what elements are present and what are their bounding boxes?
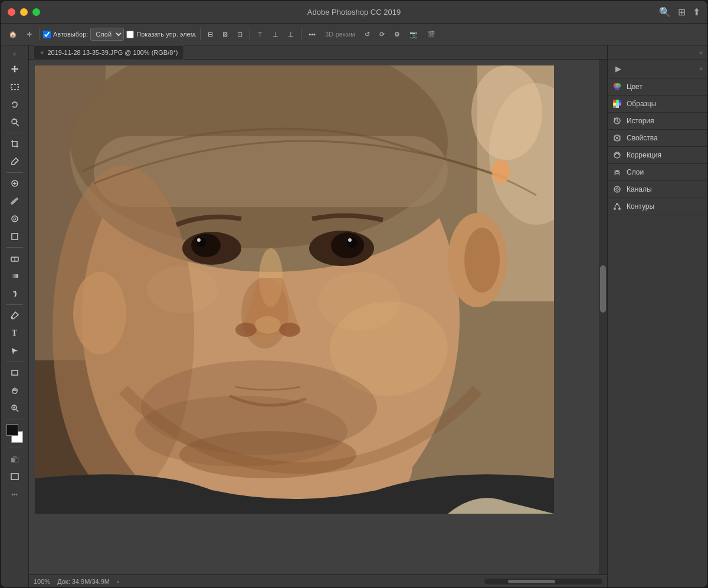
- svg-line-5: [15, 119, 16, 120]
- properties-panel-label: Свойства: [627, 134, 703, 142]
- maximize-button[interactable]: [32, 8, 40, 16]
- close-button[interactable]: [8, 8, 15, 16]
- panel-header-correction[interactable]: Коррекция: [608, 147, 707, 163]
- panel-play-row: ▶ «: [608, 60, 707, 78]
- lasso-tool[interactable]: [5, 96, 24, 113]
- search-icon[interactable]: 🔍: [659, 6, 671, 18]
- panel-header-color[interactable]: Цвет: [608, 78, 707, 95]
- layers-panel-label: Слои: [627, 168, 703, 176]
- tab-close-btn[interactable]: ×: [40, 49, 44, 56]
- layer-select[interactable]: Слой: [90, 28, 124, 41]
- status-arrow[interactable]: ›: [117, 578, 119, 585]
- more-tools[interactable]: •••: [5, 486, 24, 502]
- channels-icon: [612, 185, 622, 193]
- clone-stamp-tool[interactable]: [5, 211, 24, 227]
- color-swatches[interactable]: [5, 424, 24, 443]
- zoom-tool[interactable]: [5, 400, 24, 416]
- samples-icon: [612, 100, 622, 108]
- layers-icon: [612, 168, 622, 176]
- type-tool[interactable]: T: [5, 325, 24, 341]
- magic-wand-tool[interactable]: [5, 114, 24, 130]
- panel-section-properties: Свойства: [608, 130, 707, 147]
- minimize-button[interactable]: [20, 8, 28, 16]
- quick-mask-tool[interactable]: [5, 451, 24, 467]
- properties-icon: [612, 134, 622, 142]
- svg-point-48: [235, 323, 257, 337]
- gradient-tool[interactable]: [5, 268, 24, 284]
- select-rect-tool[interactable]: [5, 78, 24, 95]
- screen-mode-icon[interactable]: ⊞: [678, 6, 686, 18]
- align-left-btn[interactable]: ⊟: [204, 27, 217, 42]
- panel-header-contours[interactable]: Контуры: [608, 198, 707, 215]
- vertical-scroll-thumb[interactable]: [600, 265, 606, 313]
- eraser-tool[interactable]: [5, 250, 24, 267]
- distribute-bottom-btn[interactable]: ⊥: [284, 27, 297, 42]
- correction-icon: [612, 151, 622, 159]
- panel-header-layers[interactable]: Слои: [608, 164, 707, 180]
- left-panel-collapse[interactable]: «: [11, 48, 19, 60]
- panel-section-history: История: [608, 113, 707, 130]
- camera-btn[interactable]: 📷: [406, 27, 421, 42]
- canvas-image[interactable]: [35, 65, 554, 514]
- app-window: Adobe Photoshop CC 2019 🔍 ⊞ ⬆ 🏠 ✛ Автовы…: [0, 0, 708, 588]
- canvas-tab[interactable]: × 2019-11-28 13-35-39.JPG @ 100% (RGB/8*…: [34, 45, 184, 60]
- autoselect-checkbox[interactable]: [43, 31, 51, 38]
- horizontal-scroll-thumb[interactable]: [508, 580, 555, 583]
- show-transform-checkbox[interactable]: [126, 31, 134, 38]
- horizontal-scrollbar[interactable]: [484, 579, 602, 584]
- dodge-tool[interactable]: [5, 285, 24, 302]
- distribute-center-btn[interactable]: ⊥: [269, 27, 282, 42]
- video-btn[interactable]: 🎬: [424, 27, 439, 42]
- share-icon[interactable]: ⬆: [693, 6, 700, 18]
- align-center-btn[interactable]: ⊠: [219, 27, 231, 42]
- svg-point-78: [614, 139, 616, 141]
- align-right-btn[interactable]: ⊡: [234, 27, 246, 42]
- rotate-tool-btn[interactable]: ↺: [361, 27, 373, 42]
- canvas-area: × 2019-11-28 13-35-39.JPG @ 100% (RGB/8*…: [29, 45, 607, 587]
- show-transform-label[interactable]: Показать упр. элем.: [126, 31, 196, 38]
- svg-point-45: [331, 232, 364, 258]
- panel-section-layers: Слои: [608, 164, 707, 181]
- svg-rect-72: [619, 106, 621, 108]
- spot-heal-tool[interactable]: [5, 175, 24, 192]
- history-panel-label: История: [627, 117, 703, 125]
- traffic-lights: [8, 8, 40, 16]
- hand-tool[interactable]: [5, 382, 24, 399]
- color-icon: [612, 83, 622, 91]
- move-tool[interactable]: [5, 61, 24, 77]
- crop-tool[interactable]: [5, 136, 24, 152]
- home-button[interactable]: 🏠: [5, 27, 21, 42]
- panel-section-channels: Каналы: [608, 181, 707, 198]
- eyedropper-tool[interactable]: [5, 153, 24, 170]
- panel-collapse-btn[interactable]: «: [699, 49, 703, 56]
- svg-point-60: [318, 272, 401, 331]
- pen-tool[interactable]: [5, 307, 24, 324]
- panel-right-collapse[interactable]: «: [699, 65, 703, 72]
- svg-rect-67: [613, 103, 616, 106]
- move-tool-btn[interactable]: ✛: [23, 27, 35, 42]
- foreground-color-swatch[interactable]: [6, 424, 18, 436]
- play-button[interactable]: ▶: [612, 63, 624, 75]
- svg-rect-70: [613, 106, 616, 108]
- screen-mode-tool[interactable]: [5, 468, 24, 485]
- autoselect-label[interactable]: Автовыбор:: [43, 31, 88, 38]
- settings-btn[interactable]: ⚙: [391, 27, 404, 42]
- path-select-tool[interactable]: [5, 343, 24, 359]
- panel-header-history[interactable]: История: [608, 113, 707, 129]
- more-options-btn[interactable]: •••: [305, 27, 319, 42]
- history-brush-tool[interactable]: [5, 228, 24, 245]
- panel-header-properties[interactable]: Свойства: [608, 130, 707, 146]
- svg-line-1: [16, 123, 19, 126]
- shape-tool[interactable]: [5, 364, 24, 381]
- canvas-scroll-area: [29, 60, 607, 574]
- brush-tool[interactable]: [5, 193, 24, 209]
- 3d-rotate-btn[interactable]: ⟳: [376, 27, 388, 42]
- svg-rect-64: [613, 100, 616, 103]
- svg-rect-68: [616, 103, 619, 106]
- vertical-scrollbar[interactable]: [599, 60, 607, 574]
- panel-header-samples[interactable]: Образцы: [608, 96, 707, 112]
- distribute-top-btn[interactable]: ⊤: [254, 27, 267, 42]
- panel-section-color: Цвет: [608, 78, 707, 96]
- window-title: Adobe Photoshop CC 2019: [307, 8, 401, 17]
- panel-header-channels[interactable]: Каналы: [608, 181, 707, 198]
